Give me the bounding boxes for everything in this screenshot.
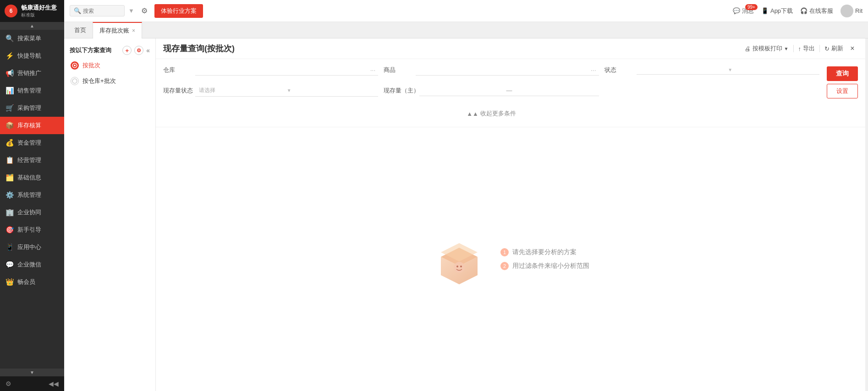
stock-qty-range[interactable]: —	[419, 85, 599, 96]
query-header: 现存量查询(按批次) 🖨 按模板打印 ▼ ↑ 导出	[156, 38, 865, 59]
query-header-actions: 🖨 按模板打印 ▼ ↑ 导出 ↻ 刷新	[745, 44, 843, 53]
trial-button[interactable]: 体验行业方案	[154, 4, 203, 18]
stock-qty-to-input[interactable]	[514, 87, 595, 94]
refresh-icon: ↻	[824, 45, 830, 52]
sidebar-item-enterprise[interactable]: 🏢 企业协同	[0, 204, 64, 221]
stock-qty-label: 现存量（主）	[384, 87, 419, 95]
headset-icon: 🎧	[800, 7, 808, 14]
stock-qty-from-input[interactable]	[423, 87, 504, 94]
export-button[interactable]: ↑ 导出	[798, 44, 815, 53]
refresh-button[interactable]: ↻ 刷新	[824, 44, 843, 53]
sales-icon: 📊	[5, 87, 14, 95]
sidebar-item-operations[interactable]: 📋 经营管理	[0, 152, 64, 169]
message-badge: 99+	[745, 4, 758, 10]
query-panel: 现存量查询(按批次) 🖨 按模板打印 ▼ ↑ 导出	[156, 38, 865, 391]
scheme-warehouse-icon	[71, 77, 79, 85]
basic-icon: 🗂️	[5, 174, 14, 182]
status-label: 状态	[604, 66, 637, 74]
divider2	[819, 45, 820, 52]
tab-close-icon[interactable]: ×	[132, 27, 135, 34]
product-dots-icon[interactable]: ···	[588, 66, 599, 74]
product-input-container[interactable]: ···	[416, 65, 599, 76]
sidebar-item-member[interactable]: 👑 畅会员	[0, 273, 64, 291]
product-input[interactable]	[416, 65, 588, 75]
message-button[interactable]: 💬 消息 99+	[733, 7, 754, 15]
collapse-icon[interactable]: ◀◀	[49, 380, 59, 387]
export-icon: ↑	[798, 45, 802, 52]
sidebar-item-shortcut[interactable]: ⚡ 快捷导航	[0, 47, 64, 65]
sidebar-item-search[interactable]: 🔍 搜索菜单	[0, 30, 64, 47]
topbar: 🔍 ▼ ⚙ 体验行业方案 💬 消息 99+ 📱 App下载 🎧 在线客服	[64, 0, 868, 22]
warehouse-input[interactable]	[195, 65, 368, 75]
sidebar-item-marketing[interactable]: 📢 营销推广	[0, 65, 64, 82]
edit-scheme-button[interactable]: ⚙	[134, 46, 143, 55]
warehouse-input-container[interactable]: ···	[195, 65, 378, 76]
sidebar-item-appstore[interactable]: 📱 应用中心	[0, 239, 64, 256]
online-service-button[interactable]: 🎧 在线客服	[800, 7, 833, 15]
step-1-num: 1	[500, 248, 509, 256]
sidebar-item-inventory[interactable]: 📦 库存核算	[0, 117, 64, 134]
warehouse-field: 仓库 ···	[163, 65, 378, 76]
print-dropdown-icon[interactable]: ▼	[784, 46, 789, 51]
sidebar-item-basic[interactable]: 🗂️ 基础信息	[0, 169, 64, 186]
topbar-search-box[interactable]: 🔍	[70, 5, 125, 16]
topbar-left: 🔍 ▼ ⚙ 体验行业方案	[70, 4, 729, 18]
sidebar-scroll-down[interactable]: ▼	[0, 369, 64, 376]
stock-status-select[interactable]: 请选择 ▼	[195, 85, 378, 97]
filter-row-1: 仓库 ··· 商品 ···	[163, 65, 819, 76]
sidebar-item-finance[interactable]: 💰 资金管理	[0, 134, 64, 152]
scheme-item-batch[interactable]: 按批次	[64, 58, 155, 73]
warehouse-dots-icon[interactable]: ···	[368, 66, 379, 74]
appstore-icon: 📱	[5, 243, 14, 251]
print-button[interactable]: 🖨 按模板打印 ▼	[745, 44, 789, 53]
print-icon: 🖨	[745, 45, 751, 52]
topbar-search-input[interactable]	[83, 8, 120, 14]
sidebar: 6 畅康通好生意 标准版 ▲ 🔍 搜索菜单 ⚡ 快捷导航 📢 营销推广 📊 销售…	[0, 0, 64, 391]
empty-illustration	[432, 232, 487, 287]
filter-area: 仓库 ··· 商品 ···	[156, 59, 865, 127]
empty-text: 1 请先选择要分析的方案 2 用过滤条件来缩小分析范围	[500, 248, 589, 270]
product-field: 商品 ···	[384, 65, 599, 76]
scheme-panel: 按以下方案查询 + ⚙ « 按批次 按仓库+批次	[64, 38, 156, 391]
settings-button[interactable]: 设置	[827, 84, 858, 98]
step-2-num: 2	[500, 262, 509, 270]
marketing-icon: 📢	[5, 69, 14, 77]
status-select[interactable]: ▼	[637, 65, 819, 75]
page-title: 现存量查询(按批次)	[163, 43, 235, 54]
app-download-button[interactable]: 📱 App下载	[761, 7, 793, 15]
close-page-button[interactable]: ×	[847, 43, 858, 54]
scheme-batch-icon	[71, 61, 79, 70]
empty-state: 1 请先选择要分析的方案 2 用过滤条件来缩小分析范围	[156, 127, 865, 391]
scheme-panel-actions: + ⚙ «	[122, 46, 150, 55]
message-icon: 💬	[733, 7, 740, 14]
stock-status-field: 现存量状态 请选择 ▼	[163, 85, 378, 97]
sidebar-item-system[interactable]: ⚙️ 系统管理	[0, 186, 64, 204]
sidebar-item-wechat[interactable]: 💬 企业微信	[0, 256, 64, 273]
warehouse-label: 仓库	[163, 66, 195, 74]
tab-inventory-batch[interactable]: 库存批次账 ×	[93, 22, 142, 38]
collapse-icon: ▲▲	[467, 110, 478, 117]
sidebar-scroll-up[interactable]: ▲	[0, 22, 64, 30]
status-field: 状态 ▼	[604, 65, 819, 75]
topbar-dropdown-icon[interactable]: ▼	[128, 7, 134, 14]
query-button[interactable]: 查询	[827, 66, 858, 81]
right-resize-handle[interactable]	[865, 38, 868, 391]
tab-home[interactable]: 首页	[68, 22, 93, 38]
search-icon: 🔍	[74, 7, 81, 14]
shortcut-icon: ⚡	[5, 52, 14, 60]
sidebar-header: 6 畅康通好生意 标准版	[0, 0, 64, 22]
tab-bar: 首页 库存批次账 ×	[64, 22, 868, 38]
sidebar-footer: ⚙ ◀◀	[0, 376, 64, 391]
user-profile-button[interactable]: Rit	[841, 5, 863, 17]
collapse-scheme-button[interactable]: «	[146, 47, 150, 54]
topbar-gear-button[interactable]: ⚙	[138, 5, 151, 17]
product-label: 商品	[384, 66, 416, 74]
sidebar-item-purchase[interactable]: 🛒 采购管理	[0, 99, 64, 117]
sidebar-item-sales[interactable]: 📊 销售管理	[0, 82, 64, 99]
sidebar-item-newbie[interactable]: 🎯 新手引导	[0, 221, 64, 239]
settings-icon[interactable]: ⚙	[5, 380, 11, 387]
sidebar-brand: 畅康通好生意 标准版	[21, 4, 57, 18]
collapse-more-button[interactable]: ▲▲ 收起更多条件	[163, 106, 819, 121]
scheme-item-warehouse-batch[interactable]: 按仓库+批次	[64, 73, 155, 89]
add-scheme-button[interactable]: +	[122, 46, 132, 55]
